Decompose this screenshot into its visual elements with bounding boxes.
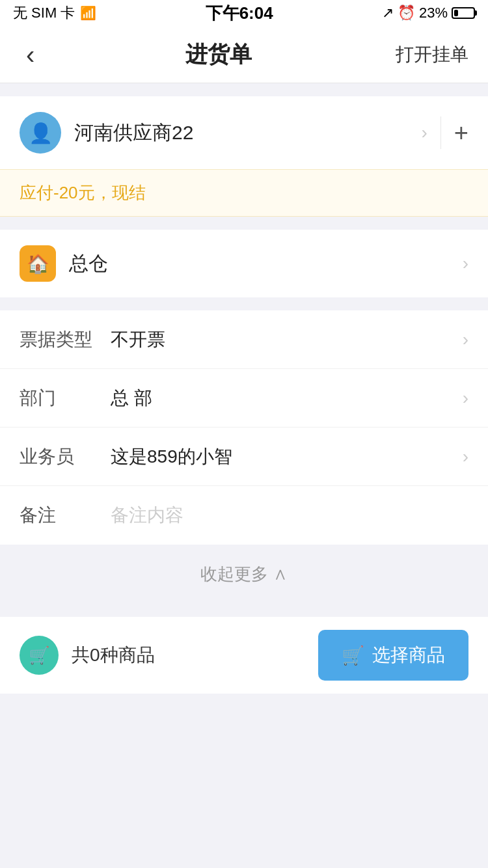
warehouse-name: 总仓 xyxy=(69,251,463,277)
select-product-button[interactable]: 🛒 选择商品 xyxy=(318,630,468,681)
open-pending-button[interactable]: 打开挂单 xyxy=(396,42,468,67)
collapse-row[interactable]: 收起更多 ∧ xyxy=(0,545,488,604)
add-supplier-button[interactable]: + xyxy=(454,120,468,145)
battery-percent: 23% xyxy=(419,5,448,21)
warehouse-row[interactable]: 🏠 总仓 › xyxy=(0,230,488,297)
bottom-bar: 🛒 共0种商品 🛒 选择商品 xyxy=(0,617,488,694)
wifi-icon: 📶 xyxy=(80,5,96,21)
page-title: 进货单 xyxy=(185,40,252,70)
invoice-type-row[interactable]: 票据类型 不开票 › xyxy=(0,310,488,369)
nav-bar: ‹ 进货单 打开挂单 xyxy=(0,26,488,83)
gap-4 xyxy=(0,604,488,617)
supplier-name: 河南供应商22 xyxy=(74,120,421,146)
department-label: 部门 xyxy=(20,386,98,411)
supplier-card: 👤 河南供应商22 › + 应付-20元，现结 xyxy=(0,96,488,217)
product-icon-symbol: 🛒 xyxy=(29,645,49,666)
department-row[interactable]: 部门 总 部 › xyxy=(0,369,488,427)
department-value: 总 部 xyxy=(111,386,463,411)
warehouse-chevron-icon: › xyxy=(463,253,468,274)
status-right: ↗ ⏰ 23% xyxy=(382,5,475,21)
department-chevron-icon: › xyxy=(463,388,468,409)
salesman-value: 这是859的小智 xyxy=(111,444,463,469)
salesman-chevron-icon: › xyxy=(463,446,468,467)
select-product-label: 选择商品 xyxy=(372,643,445,668)
invoice-chevron-icon: › xyxy=(463,329,468,350)
status-time: 下午6:04 xyxy=(206,2,273,25)
notice-banner: 应付-20元，现结 xyxy=(0,169,488,217)
supplier-avatar: 👤 xyxy=(20,112,61,154)
salesman-label: 业务员 xyxy=(20,444,98,469)
product-count-text: 共0种商品 xyxy=(72,643,305,668)
select-product-icon: 🛒 xyxy=(342,645,364,666)
back-button[interactable]: ‹ xyxy=(20,42,41,68)
product-icon: 🛒 xyxy=(20,636,59,675)
warehouse-card[interactable]: 🏠 总仓 › xyxy=(0,230,488,297)
gap-2 xyxy=(0,217,488,230)
warehouse-icon: 🏠 xyxy=(20,245,56,282)
remark-label: 备注 xyxy=(20,503,98,528)
status-bar: 无 SIM 卡 📶 下午6:04 ↗ ⏰ 23% xyxy=(0,0,488,26)
remark-row[interactable]: 备注 备注内容 xyxy=(0,486,488,545)
invoice-type-value: 不开票 xyxy=(111,327,463,352)
gap-3 xyxy=(0,297,488,310)
gap-1 xyxy=(0,83,488,96)
form-card: 票据类型 不开票 › 部门 总 部 › 业务员 这是859的小智 › 备注 备注… xyxy=(0,310,488,545)
status-left: 无 SIM 卡 📶 xyxy=(13,3,96,23)
avatar-icon: 👤 xyxy=(29,122,53,144)
supplier-chevron-icon: › xyxy=(421,122,427,143)
page-background xyxy=(0,694,488,824)
warehouse-icon-symbol: 🏠 xyxy=(27,253,49,275)
salesman-row[interactable]: 业务员 这是859的小智 › xyxy=(0,427,488,486)
supplier-divider xyxy=(441,116,441,149)
supplier-row[interactable]: 👤 河南供应商22 › + xyxy=(0,96,488,169)
carrier-text: 无 SIM 卡 xyxy=(13,3,75,23)
battery-icon xyxy=(452,7,475,19)
invoice-type-label: 票据类型 xyxy=(20,327,98,352)
collapse-label: 收起更多 ∧ xyxy=(200,563,287,586)
location-icon: ↗ xyxy=(382,5,394,21)
alarm-icon: ⏰ xyxy=(398,5,415,21)
remark-value[interactable]: 备注内容 xyxy=(111,503,468,528)
